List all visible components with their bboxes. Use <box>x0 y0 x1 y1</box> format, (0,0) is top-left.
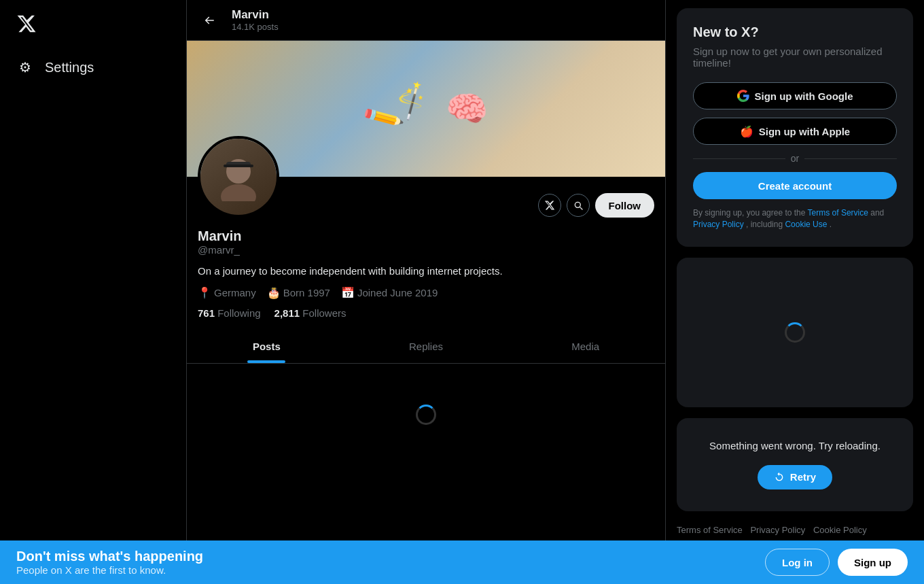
following-label: Following <box>217 307 260 319</box>
retry-label: Retry <box>790 471 816 483</box>
born-text: Born 1997 <box>283 287 330 298</box>
profile-header-info: Marvin 14.1K posts <box>232 8 279 32</box>
error-card: Something went wrong. Try reloading. Ret… <box>677 418 913 511</box>
retry-button[interactable]: Retry <box>758 465 832 489</box>
create-account-button[interactable]: Create account <box>693 172 897 199</box>
left-sidebar: ⚙ Settings <box>0 0 187 584</box>
svg-point-1 <box>221 184 256 201</box>
svg-rect-3 <box>224 165 253 167</box>
sidebar-item-settings[interactable]: ⚙ Settings <box>8 50 178 84</box>
profile-actions: Follow <box>538 193 655 218</box>
born-meta: 🎂 Born 1997 <box>267 286 330 299</box>
tab-media[interactable]: Media <box>505 330 665 363</box>
right-loading-spinner <box>785 322 805 343</box>
error-message: Something went wrong. Try reloading. <box>693 440 897 451</box>
footer-privacy-link[interactable]: Privacy Policy <box>750 525 805 535</box>
new-to-x-card: New to X? Sign up now to get your own pe… <box>677 8 913 247</box>
bottom-banner-subtitle: People on X are the first to know. <box>16 564 203 576</box>
joined-meta: 📅 Joined June 2019 <box>341 286 438 299</box>
x-logo[interactable] <box>8 5 178 45</box>
cake-icon: 🎂 <box>267 286 281 299</box>
search-button[interactable] <box>567 194 590 217</box>
footer-cookie-link[interactable]: Cookie Policy <box>813 525 867 535</box>
google-signup-button[interactable]: Sign up with Google <box>693 82 897 109</box>
tab-posts[interactable]: Posts <box>187 330 346 363</box>
gear-icon: ⚙ <box>16 58 34 76</box>
pencil-emoji: ✏️🪄 <box>361 78 436 140</box>
bottom-banner-text: Don't miss what's happening People on X … <box>16 549 203 576</box>
settings-label: Settings <box>45 60 94 75</box>
header-name: Marvin <box>232 8 279 22</box>
followers-count: 2,811 <box>274 307 300 319</box>
bottom-banner-actions: Log in Sign up <box>765 549 908 576</box>
back-icon <box>203 14 215 27</box>
back-button[interactable] <box>198 9 221 32</box>
x-logo-icon <box>16 14 37 34</box>
profile-handle: @marvr_ <box>198 244 654 256</box>
profile-bio: On a journey to become independent with … <box>198 264 654 278</box>
location-icon: 📍 <box>198 286 211 299</box>
apple-icon: 🍎 <box>740 125 753 138</box>
google-signup-label: Sign up with Google <box>755 90 853 102</box>
login-button[interactable]: Log in <box>765 549 830 576</box>
location-meta: 📍 Germany <box>198 286 256 299</box>
location-text: Germany <box>214 287 256 298</box>
google-icon <box>737 90 749 102</box>
followers-label: Followers <box>302 307 346 319</box>
profile-meta: 📍 Germany 🎂 Born 1997 📅 Joined June 2019 <box>198 286 654 299</box>
profile-header: Marvin 14.1K posts <box>187 0 665 41</box>
main-content: Marvin 14.1K posts ✏️🪄 🧠 <box>187 0 666 584</box>
profile-info: Marvin @marvr_ On a journey to become in… <box>187 228 665 330</box>
right-sidebar-loading <box>677 258 913 407</box>
new-to-x-subtitle: Sign up now to get your own personalized… <box>693 46 897 69</box>
create-account-label: Create account <box>758 180 832 192</box>
search-icon <box>573 200 584 211</box>
retry-icon <box>774 472 785 483</box>
privacy-policy-link[interactable]: Privacy Policy <box>693 220 744 229</box>
follow-button[interactable]: Follow <box>595 193 655 218</box>
xpro-button[interactable] <box>538 194 561 217</box>
profile-tabs: Posts Replies Media <box>187 330 665 364</box>
header-posts-count: 14.1K posts <box>232 22 279 32</box>
avatar <box>198 136 279 218</box>
tab-replies[interactable]: Replies <box>346 330 506 363</box>
apple-signup-label: Sign up with Apple <box>759 126 850 137</box>
bottom-banner: Don't miss what's happening People on X … <box>0 540 924 584</box>
bottom-banner-title: Don't miss what's happening <box>16 549 203 564</box>
avatar-image <box>214 152 263 201</box>
cookie-use-link[interactable]: Cookie Use <box>785 220 827 229</box>
footer-terms-link[interactable]: Terms of Service <box>677 525 743 535</box>
avatar-wrapper <box>198 136 279 218</box>
xpro-icon <box>544 200 555 211</box>
following-count: 761 <box>198 307 215 319</box>
joined-text: Joined June 2019 <box>357 287 438 298</box>
banner-content: ✏️🪄 🧠 <box>364 89 488 128</box>
terms-of-service-link[interactable]: Terms of Service <box>808 208 868 218</box>
profile-name: Marvin <box>198 228 654 244</box>
following-stat[interactable]: 761 Following <box>198 307 261 319</box>
profile-stats: 761 Following 2,811 Followers <box>198 307 654 319</box>
posts-loading <box>187 364 665 466</box>
calendar-icon: 📅 <box>341 286 355 299</box>
avatar-section: Follow <box>187 177 665 228</box>
right-sidebar: New to X? Sign up now to get your own pe… <box>666 0 924 584</box>
followers-stat[interactable]: 2,811 Followers <box>274 307 346 319</box>
brain-emoji: 🧠 <box>446 89 488 128</box>
signup-button[interactable]: Sign up <box>838 549 908 576</box>
new-to-x-title: New to X? <box>693 24 897 40</box>
terms-text: By signing up, you agree to the Terms of… <box>693 207 897 230</box>
apple-signup-button[interactable]: 🍎 Sign up with Apple <box>693 118 897 145</box>
loading-spinner <box>416 405 436 425</box>
